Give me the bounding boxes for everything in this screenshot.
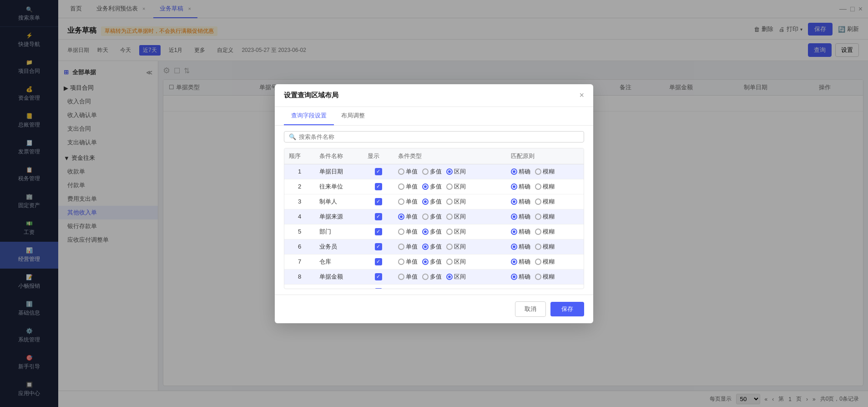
cell-type[interactable]: 单值 多值 区间 [394, 194, 506, 209]
radio-range[interactable]: 区间 [446, 213, 466, 221]
radio-single[interactable]: 单值 [398, 243, 418, 251]
show-checkbox[interactable]: ✓ [375, 183, 382, 190]
radio-fuzzy[interactable]: 模糊 [535, 168, 555, 176]
radio-range[interactable]: 区间 [446, 168, 466, 176]
radio-exact[interactable]: 精确 [511, 273, 530, 281]
radio-single[interactable]: 单值 [398, 198, 418, 206]
modal-tab-query-fields[interactable]: 查询字段设置 [284, 107, 334, 125]
radio-exact[interactable]: 精确 [511, 243, 530, 251]
modal-overlay: 设置查询区域布局 × 查询字段设置 布局调整 🔍 顺序 条件 [0, 0, 868, 407]
radio-single[interactable]: 单值 [398, 273, 418, 281]
radio-multi[interactable]: 多值 [422, 213, 442, 221]
show-checkbox[interactable]: ✓ [375, 273, 382, 280]
radio-range[interactable]: 区间 [446, 228, 466, 236]
radio-exact-circle [511, 183, 517, 190]
show-checkbox[interactable]: ✓ [375, 258, 382, 265]
show-checkbox[interactable]: ✓ [375, 198, 382, 205]
cell-show[interactable]: ✓ [363, 209, 394, 224]
radio-exact[interactable]: 精确 [511, 258, 530, 266]
cell-show[interactable]: ✓ [363, 164, 394, 179]
modal-close-button[interactable]: × [579, 91, 584, 100]
cell-type[interactable]: 单值 多值 区间 [394, 179, 506, 194]
cell-show[interactable]: ✓ [363, 269, 394, 284]
radio-multi-label: 多值 [430, 273, 442, 281]
modal-search-input[interactable] [299, 133, 579, 140]
cell-match[interactable]: 精确 模糊 [506, 164, 584, 179]
radio-multi[interactable]: 多值 [422, 243, 442, 251]
radio-exact[interactable]: 精确 [511, 198, 530, 206]
cell-match[interactable]: 精确 模糊 [506, 194, 584, 209]
cell-type[interactable]: 单值 多值 区间 [394, 164, 506, 179]
settings-row: 5部门✓ 单值 多值 区间 精确 [284, 224, 584, 239]
show-checkbox[interactable]: ✓ [375, 228, 382, 235]
radio-multi[interactable]: 多值 [422, 183, 442, 191]
cell-type[interactable]: 单值 多值 区间 [394, 269, 506, 284]
radio-fuzzy[interactable]: 模糊 [535, 243, 555, 251]
radio-exact[interactable]: 精确 [511, 213, 530, 221]
radio-fuzzy[interactable]: 模糊 [535, 198, 555, 206]
radio-multi[interactable]: 多值 [422, 288, 442, 289]
radio-multi[interactable]: 多值 [422, 228, 442, 236]
show-checkbox[interactable]: ✓ [375, 168, 382, 175]
cell-type[interactable]: 单值 多值 区间 [394, 254, 506, 269]
radio-single[interactable]: 单值 [398, 213, 418, 221]
radio-fuzzy[interactable]: 模糊 [535, 228, 555, 236]
radio-single-label: 单值 [406, 213, 418, 221]
show-checkbox[interactable]: ✓ [375, 213, 382, 220]
radio-multi[interactable]: 多值 [422, 198, 442, 206]
radio-single-circle [398, 198, 404, 205]
radio-exact[interactable]: 精确 [511, 183, 530, 191]
modal-table-scroll[interactable]: 顺序 条件名称 显示 条件类型 匹配原则 1单据日期✓ 单值 [284, 148, 584, 289]
cell-type[interactable]: 单值 多值 区间 [394, 239, 506, 254]
radio-fuzzy[interactable]: 模糊 [535, 273, 555, 281]
cell-match[interactable]: 精确 模糊 [506, 209, 584, 224]
radio-single[interactable]: 单值 [398, 258, 418, 266]
cell-show[interactable]: ✓ [363, 254, 394, 269]
cell-show[interactable]: ✓ [363, 194, 394, 209]
radio-multi[interactable]: 多值 [422, 273, 442, 281]
cell-type[interactable]: 单值 多值 区间 [394, 224, 506, 239]
radio-fuzzy-label: 模糊 [543, 183, 555, 191]
radio-exact[interactable]: 精确 [511, 288, 530, 289]
cell-match[interactable]: 精确 模糊 [506, 179, 584, 194]
radio-fuzzy[interactable]: 模糊 [535, 288, 555, 289]
show-checkbox[interactable]: ✓ [375, 243, 382, 250]
radio-fuzzy[interactable]: 模糊 [535, 213, 555, 221]
cell-show[interactable]: ✓ [363, 179, 394, 194]
radio-exact[interactable]: 精确 [511, 168, 530, 176]
cell-match[interactable]: 精确 模糊 [506, 254, 584, 269]
cell-show[interactable]: ✓ [363, 284, 394, 289]
cell-show[interactable]: ✓ [363, 224, 394, 239]
modal-save-button[interactable]: 保存 [550, 302, 584, 316]
radio-multi-label: 多值 [430, 183, 442, 191]
cell-match[interactable]: 精确 模糊 [506, 269, 584, 284]
modal-tab-layout-adjust[interactable]: 布局调整 [334, 107, 372, 125]
radio-multi[interactable]: 多值 [422, 168, 442, 176]
radio-single[interactable]: 单值 [398, 288, 418, 289]
cell-match[interactable]: 精确 模糊 [506, 284, 584, 289]
cancel-button[interactable]: 取消 [515, 301, 546, 317]
radio-range[interactable]: 区间 [446, 243, 466, 251]
radio-single[interactable]: 单值 [398, 228, 418, 236]
cell-match[interactable]: 精确 模糊 [506, 239, 584, 254]
radio-exact[interactable]: 精确 [511, 228, 530, 236]
radio-single[interactable]: 单值 [398, 168, 418, 176]
radio-range[interactable]: 区间 [446, 288, 466, 289]
radio-range-label: 区间 [454, 168, 466, 176]
radio-range[interactable]: 区间 [446, 258, 466, 266]
cell-type[interactable]: 单值 多值 区间 [394, 284, 506, 289]
radio-range-label: 区间 [454, 288, 466, 289]
radio-range[interactable]: 区间 [446, 198, 466, 206]
modal-search-box[interactable]: 🔍 [284, 131, 584, 142]
radio-range[interactable]: 区间 [446, 183, 466, 191]
cell-show[interactable]: ✓ [363, 239, 394, 254]
show-checkbox[interactable]: ✓ [375, 288, 382, 289]
cell-match[interactable]: 精确 模糊 [506, 224, 584, 239]
radio-multi[interactable]: 多值 [422, 258, 442, 266]
radio-fuzzy[interactable]: 模糊 [535, 258, 555, 266]
cell-type[interactable]: 单值 多值 区间 [394, 209, 506, 224]
radio-multi-circle [422, 259, 429, 265]
radio-fuzzy[interactable]: 模糊 [535, 183, 555, 191]
radio-single[interactable]: 单值 [398, 183, 418, 191]
radio-range[interactable]: 区间 [446, 273, 466, 281]
